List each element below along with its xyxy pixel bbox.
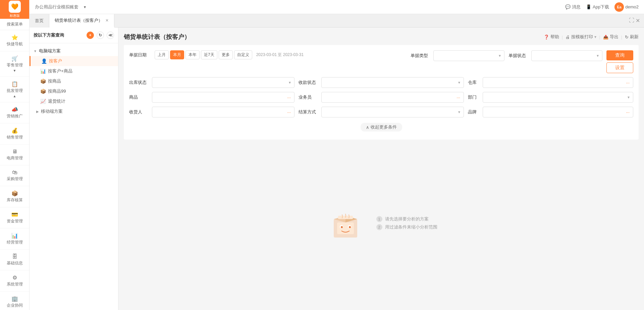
payment-label: 结算方式 — [299, 109, 319, 115]
collapse-panel-btn[interactable]: ≪ — [107, 32, 114, 39]
out-status-select[interactable]: ▾ — [152, 77, 294, 88]
by-customer-goods-icon: 📊 — [40, 68, 46, 74]
page-title-bar: 销货单统计表（按客户） ❓ 帮助 | 🖨 按模板打印 ▾ | 📤 — [124, 33, 639, 41]
mobile-group-arrow: ▶ — [36, 110, 39, 113]
date-label: 单据日期 — [129, 52, 149, 58]
brand-dots: ··· — [626, 110, 630, 115]
doc-status-select[interactable]: ▾ — [531, 50, 602, 61]
settings-button[interactable]: 设置 — [606, 62, 633, 73]
tab-bar: 首页 销货单统计表（按客户） ✕ ⛶ ✕ — [30, 14, 644, 28]
query-button[interactable]: 查询 — [606, 50, 633, 60]
date-btn-more[interactable]: 更多 — [219, 50, 233, 59]
sidebar-item-operation[interactable]: 📊 经营管理 — [0, 228, 29, 250]
tab-sales-stat[interactable]: 销货单统计表（按客户） ✕ — [49, 14, 114, 28]
print-icon: 🖨 — [566, 35, 570, 40]
by-customer-icon: 👤 — [41, 58, 47, 64]
scheme-return-stat[interactable]: 📈 退货统计 — [30, 96, 118, 106]
tab-home[interactable]: 首页 — [30, 14, 49, 28]
refresh-scheme-btn[interactable]: ↻ — [97, 32, 104, 39]
help-icon: ❓ — [544, 35, 549, 40]
top-header: 办公用品行业模拟账套 ▾ 💬 消息 📱 App下载 Ea demo2 — [30, 0, 644, 14]
pc-scheme-header[interactable]: ▼ 电脑端方案 — [30, 46, 118, 56]
refresh-icon: ↻ — [625, 35, 629, 40]
sidebar-item-system[interactable]: ⚙ 系统管理 — [0, 270, 29, 292]
receipt-status-chevron: ▾ — [458, 80, 460, 85]
payment-select[interactable]: ▾ — [321, 107, 464, 117]
page-actions: ❓ 帮助 | 🖨 按模板打印 ▾ | 📤 导出 | — [544, 34, 639, 40]
salesperson-dots: ··· — [457, 95, 460, 100]
pc-scheme-group: ▼ 电脑端方案 👤 按客户 📊 按客户+商品 📦 按商品 — [30, 46, 118, 106]
doc-type-label: 单据类型 — [411, 53, 431, 59]
scheme-tree: ▼ 电脑端方案 👤 按客户 📊 按客户+商品 📦 按商品 — [30, 43, 118, 310]
logo-icon: 🧡 — [9, 1, 21, 13]
scheme-by-goods[interactable]: 📦 按商品 — [30, 76, 118, 86]
refresh-btn[interactable]: ↻ 刷新 — [625, 34, 639, 40]
action-buttons: 查询 设置 — [606, 50, 633, 73]
tab-expand-btn[interactable]: ⛶ ✕ — [625, 17, 644, 24]
right-panel: 销货单统计表（按客户） ❓ 帮助 | 🖨 按模板打印 ▾ | 📤 — [118, 28, 644, 310]
sidebar-item-basic[interactable]: 🗄 基础信息 — [0, 250, 29, 270]
pc-group-arrow: ▼ — [34, 49, 37, 53]
brand-input[interactable]: ··· — [483, 107, 633, 117]
sidebar-item-sales[interactable]: 💰 销售管理 — [0, 123, 29, 145]
template-print-btn[interactable]: 🖨 按模板打印 ▾ — [566, 34, 596, 40]
collapse-more-btn[interactable]: ∧ 收起更多条件 — [361, 123, 402, 132]
app-download-btn[interactable]: 📱 App下载 — [586, 4, 609, 10]
date-range-display: 2023-03-01 至 2023-03-31 — [256, 52, 304, 58]
industry-dropdown[interactable]: ▾ — [84, 5, 86, 9]
empty-state: 1 请先选择要分析的方案 2 用过滤条件来缩小分析范围 — [124, 144, 639, 305]
tab-close-btn[interactable]: ✕ — [105, 18, 109, 23]
left-panel-actions: + ↻ ≪ — [87, 32, 114, 39]
date-btn-last-7days[interactable]: 近7天 — [201, 50, 217, 59]
sidebar-item-finance[interactable]: 💳 资金管理 — [0, 207, 29, 228]
receipt-status-label: 收款状态 — [299, 80, 319, 86]
scheme-by-customer[interactable]: 👤 按客户 — [30, 56, 118, 66]
payment-chevron: ▾ — [458, 110, 460, 114]
salesperson-input[interactable]: ··· — [321, 92, 464, 103]
goods-dots: ··· — [287, 95, 291, 100]
scheme-by-customer-goods[interactable]: 📊 按客户+商品 — [30, 66, 118, 76]
export-btn[interactable]: 📤 导出 — [603, 34, 619, 40]
scheme-by-goods-99[interactable]: 📦 按商品99 — [30, 86, 118, 96]
avatar: Ea — [614, 2, 624, 12]
date-button-group: 上月 本月 本年 近7天 更多 自定义 2023-03-01 至 2023-03… — [155, 50, 304, 59]
sidebar-item-purchase[interactable]: 🛍 采购管理 — [0, 165, 29, 186]
header-right: 💬 消息 📱 App下载 Ea demo2 — [565, 2, 639, 12]
left-panel: 按以下方案查询 + ↻ ≪ ▼ 电脑端方案 👤 按客户 — [30, 28, 118, 310]
goods-input[interactable]: ··· — [152, 92, 294, 103]
date-btn-custom[interactable]: 自定义 — [234, 50, 252, 59]
main-area: 办公用品行业模拟账套 ▾ 💬 消息 📱 App下载 Ea demo2 首页 — [30, 0, 644, 310]
date-btn-last-month[interactable]: 上月 — [155, 50, 169, 59]
mobile-scheme-header[interactable]: ▶ 移动端方案 — [30, 106, 118, 116]
sidebar-item-shortcut[interactable]: ⭐ 快捷导航 — [0, 30, 29, 51]
sidebar-item-retail[interactable]: 🛒 零售管理 ▼ — [0, 51, 29, 77]
left-panel-header: 按以下方案查询 + ↻ ≪ — [30, 28, 118, 43]
sidebar-search[interactable]: 搜索菜单 — [0, 19, 29, 30]
doc-type-select[interactable]: ▾ — [433, 50, 504, 61]
add-scheme-btn[interactable]: + — [87, 32, 94, 39]
department-chevron: ▾ — [628, 95, 630, 100]
warehouse-label: 仓库 — [468, 80, 480, 86]
receipt-status-select[interactable]: ▾ — [321, 77, 464, 88]
brand-label: 品牌 — [468, 109, 480, 115]
sidebar-item-corp[interactable]: 🏢 企业协同 — [0, 292, 29, 310]
receiver-dots: ··· — [287, 110, 291, 115]
sidebar-item-inventory[interactable]: 📦 库存核算 — [0, 186, 29, 207]
user-menu[interactable]: Ea demo2 — [614, 2, 639, 12]
sidebar-item-wholesale[interactable]: 📋 批发管理 ▲ — [0, 77, 29, 102]
left-panel-title: 按以下方案查询 — [34, 32, 64, 38]
date-btn-this-year[interactable]: 本年 — [185, 50, 200, 59]
empty-text: 1 请先选择要分析的方案 2 用过滤条件来缩小分析范围 — [376, 216, 437, 232]
export-icon: 📤 — [603, 35, 608, 40]
svg-point-5 — [341, 226, 343, 228]
department-select[interactable]: ▾ — [483, 92, 633, 103]
collapse-arrow-icon: ∧ — [366, 125, 369, 130]
receiver-input[interactable]: ··· — [152, 107, 294, 117]
help-btn[interactable]: ❓ 帮助 — [544, 34, 559, 40]
date-btn-this-month[interactable]: 本月 — [170, 50, 184, 59]
page-title: 销货单统计表（按客户） — [124, 33, 190, 41]
sidebar-item-ecommerce[interactable]: 🖥 电商管理 — [0, 145, 29, 165]
warehouse-input[interactable]: ··· — [483, 77, 633, 88]
messages-btn[interactable]: 💬 消息 — [565, 4, 581, 10]
sidebar-item-marketing[interactable]: 📣 营销推广 — [0, 102, 29, 123]
